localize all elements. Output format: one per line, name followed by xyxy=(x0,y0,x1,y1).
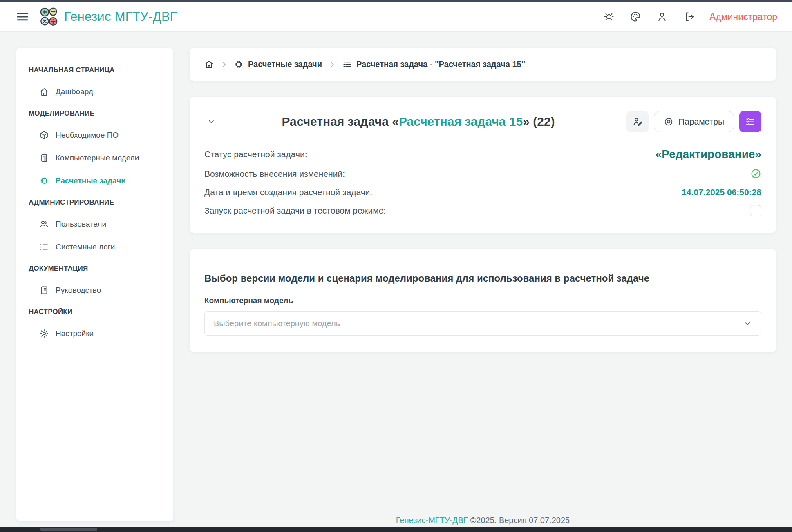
created-label: Дата и время создания расчетной задачи: xyxy=(204,187,372,197)
sidebar-section-home: НАЧАЛЬНАЯ СТРАНИЦА xyxy=(16,60,173,80)
status-row: Статус расчетной задачи: «Редактирование… xyxy=(204,144,761,165)
footer-brand-link[interactable]: Генезис-МГТУ-ДВГ xyxy=(396,516,468,525)
list-icon xyxy=(39,242,49,252)
cube-icon xyxy=(39,130,49,140)
user-profile-button[interactable] xyxy=(656,11,668,22)
sidebar-item-label: Пользователи xyxy=(56,220,106,229)
sidebar-section-documentation: ДОКУМЕНТАЦИЯ xyxy=(16,258,173,279)
breadcrumb-label: Расчетные задачи xyxy=(248,60,322,69)
eye-icon xyxy=(664,117,673,127)
parameters-button-label: Параметры xyxy=(678,117,724,127)
sidebar-item-label: Расчетные задачи xyxy=(56,176,126,185)
editable-label: Возможность внесения изменений: xyxy=(204,169,345,179)
list-icon xyxy=(342,60,352,69)
horizontal-scrollbar xyxy=(0,527,792,532)
book-icon xyxy=(39,285,49,295)
sidebar-item-label: Необходимое ПО xyxy=(56,131,119,140)
computer-model-select[interactable]: Выберите компьютерную модель xyxy=(204,311,761,336)
page-footer: Генезис-МГТУ-ДВГ ©2025. Версия 07.07.202… xyxy=(190,510,776,527)
breadcrumb: Расчетные задачи Расчетная задача - "Рас… xyxy=(204,60,761,69)
app-window: Генезис МГТУ-ДВГ xyxy=(0,0,792,532)
sidebar-item-calculation-tasks[interactable]: Расчетные задачи xyxy=(16,169,173,192)
sidebar-item-required-software[interactable]: Необходимое ПО xyxy=(16,124,173,147)
main-area: Расчетные задачи Расчетная задача - "Рас… xyxy=(190,48,776,527)
home-icon xyxy=(204,60,214,69)
breadcrumb-current-task[interactable]: Расчетная задача - "Расчетная задача 15" xyxy=(342,60,525,69)
sidebar-item-system-logs[interactable]: Системные логи xyxy=(16,236,173,258)
user-icon xyxy=(656,11,668,22)
task-card: Расчетная задача «Расчетная задача 15» (… xyxy=(190,97,776,233)
model-section-heading: Выбор версии модели и сценария моделиров… xyxy=(204,273,761,284)
chevron-down-icon xyxy=(743,319,752,328)
test-mode-label: Запуск расчетной задачи в тестовом режим… xyxy=(204,206,386,216)
created-value: 14.07.2025 06:50:28 xyxy=(682,187,761,197)
created-row: Дата и время создания расчетной задачи: … xyxy=(204,183,761,201)
editable-row: Возможность внесения изменений: xyxy=(204,165,761,183)
status-value: «Редактирование» xyxy=(656,148,761,161)
sidebar-item-label: Системные логи xyxy=(56,243,115,252)
edit-task-button[interactable] xyxy=(626,111,649,132)
theme-brightness-button[interactable] xyxy=(603,11,615,22)
sidebar-item-dashboard[interactable]: Дашбоард xyxy=(16,80,173,103)
scrollbar-thumb[interactable] xyxy=(40,528,97,531)
sidebar-item-label: Дашбоард xyxy=(56,87,93,96)
select-placeholder: Выберите компьютерную модель xyxy=(214,319,340,328)
breadcrumb-card: Расчетные задачи Расчетная задача - "Рас… xyxy=(190,48,776,81)
sidebar-item-computer-models[interactable]: Компьютерные модели xyxy=(16,147,173,169)
palette-icon xyxy=(630,11,641,22)
user-edit-icon xyxy=(632,116,643,127)
breadcrumb-home-link[interactable] xyxy=(204,60,214,69)
breadcrumb-tasks-link[interactable]: Расчетные задачи xyxy=(234,60,322,69)
chevron-right-icon xyxy=(220,60,228,69)
sidebar-item-label: Руководство xyxy=(56,286,101,295)
users-icon xyxy=(39,219,49,229)
chevron-down-icon xyxy=(208,118,215,125)
task-title-suffix: » (22) xyxy=(523,115,555,128)
sidebar-item-settings[interactable]: Настройки xyxy=(16,322,173,345)
task-title: Расчетная задача «Расчетная задача 15» (… xyxy=(218,115,626,129)
color-theme-button[interactable] xyxy=(630,11,641,22)
sidebar-section-settings: НАСТРОЙКИ xyxy=(16,302,173,322)
logout-button[interactable] xyxy=(683,11,694,22)
chip-icon xyxy=(234,60,244,69)
app-header: Генезис МГТУ-ДВГ xyxy=(0,2,792,32)
calculator-icon xyxy=(39,153,49,163)
sidebar-item-label: Настройки xyxy=(56,329,94,338)
task-list-button[interactable] xyxy=(739,111,761,132)
sidebar-nav: НАЧАЛЬНАЯ СТРАНИЦА Дашбоард МОДЕЛИРОВАНИ… xyxy=(16,48,173,521)
page-content: НАЧАЛЬНАЯ СТРАНИЦА Дашбоард МОДЕЛИРОВАНИ… xyxy=(0,32,792,527)
sidebar-item-users[interactable]: Пользователи xyxy=(16,213,173,236)
footer-copyright: ©2025. Версия 07.07.2025 xyxy=(470,516,570,525)
logout-icon xyxy=(683,11,694,22)
breadcrumb-label: Расчетная задача - "Расчетная задача 15" xyxy=(356,60,525,69)
header-actions: Администратор xyxy=(603,11,777,22)
sun-icon xyxy=(603,11,615,22)
chip-icon xyxy=(39,176,49,186)
sidebar-item-label: Компьютерные модели xyxy=(56,154,139,162)
sidebar-item-manual[interactable]: Руководство xyxy=(16,279,173,302)
parameters-button[interactable]: Параметры xyxy=(654,111,734,132)
menu-toggle-button[interactable] xyxy=(16,10,29,24)
app-logo-math-icons-icon xyxy=(39,7,59,27)
task-title-name: Расчетная задача 15 xyxy=(399,115,523,128)
check-circle-icon xyxy=(750,168,761,179)
home-icon xyxy=(39,87,49,97)
model-select-card: Выбор версии модели и сценария моделиров… xyxy=(190,249,776,352)
test-mode-row: Запуск расчетной задачи в тестовом режим… xyxy=(204,201,761,220)
app-title: Генезис МГТУ-ДВГ xyxy=(64,9,177,24)
status-label: Статус расчетной задачи: xyxy=(204,149,307,159)
task-card-header: Расчетная задача «Расчетная задача 15» (… xyxy=(204,107,761,137)
task-actions: Параметры xyxy=(626,111,761,132)
chevron-right-icon xyxy=(328,60,336,69)
sidebar-section-administration: АДМИНИСТРИРОВАНИЕ xyxy=(16,192,173,213)
task-info: Статус расчетной задачи: «Редактирование… xyxy=(204,144,761,220)
computer-model-label: Компьютерная модель xyxy=(204,296,761,305)
hamburger-icon xyxy=(16,10,29,24)
gear-icon xyxy=(39,329,49,338)
test-mode-checkbox[interactable] xyxy=(750,205,761,216)
list-check-icon xyxy=(745,116,756,127)
sidebar-section-modeling: МОДЕЛИРОВАНИЕ xyxy=(16,103,173,124)
collapse-card-button[interactable] xyxy=(204,115,218,129)
current-user-role: Администратор xyxy=(709,11,777,22)
task-title-prefix: Расчетная задача « xyxy=(282,115,399,128)
